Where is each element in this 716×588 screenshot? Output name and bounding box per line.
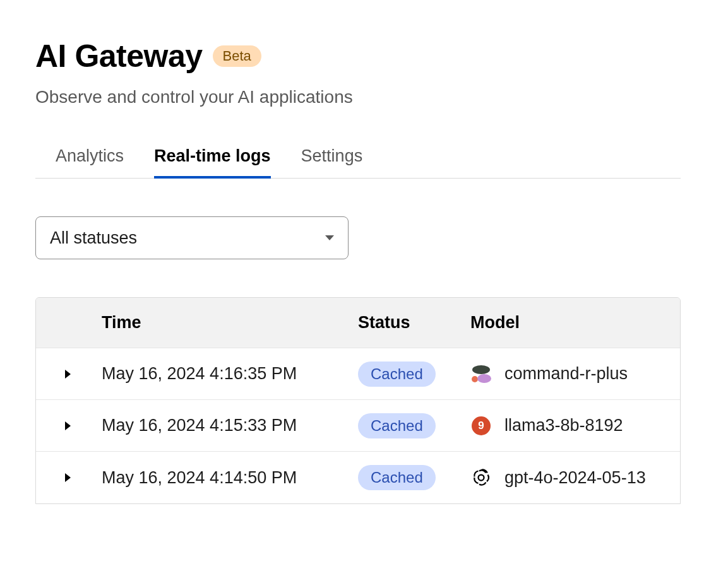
table-header: Time Status Model: [36, 298, 680, 348]
tab-analytics[interactable]: Analytics: [56, 143, 124, 179]
status-badge: Cached: [358, 465, 436, 490]
beta-badge: Beta: [213, 45, 261, 67]
expand-row-icon[interactable]: [65, 421, 71, 430]
table-row: May 16, 2024 4:16:35 PM Cached command-r…: [36, 348, 680, 400]
openai-icon: [470, 467, 492, 488]
tabs-nav: Analytics Real-time logs Settings: [35, 143, 681, 179]
status-badge: Cached: [358, 413, 436, 438]
groq-icon: 9: [470, 415, 492, 437]
cohere-icon: [470, 363, 492, 385]
status-filter-select[interactable]: All statuses: [35, 216, 349, 259]
table-row: May 16, 2024 4:14:50 PM Cached: [36, 452, 680, 503]
column-header-status: Status: [358, 313, 470, 332]
status-badge: Cached: [358, 362, 436, 387]
column-header-model: Model: [470, 313, 680, 332]
cell-model: gpt-4o-2024-05-13: [504, 468, 646, 488]
expand-row-icon[interactable]: [65, 473, 71, 482]
page-subtitle: Observe and control your AI applications: [35, 87, 681, 107]
cell-model: command-r-plus: [504, 364, 628, 384]
logs-table: Time Status Model May 16, 2024 4:16:35 P…: [35, 297, 681, 504]
tab-settings[interactable]: Settings: [301, 143, 363, 179]
tab-real-time-logs[interactable]: Real-time logs: [154, 143, 271, 179]
svg-point-2: [477, 374, 491, 383]
cell-time: May 16, 2024 4:15:33 PM: [99, 416, 358, 435]
expand-row-icon[interactable]: [65, 370, 71, 379]
svg-point-1: [472, 376, 478, 382]
status-filter-value: All statuses: [50, 228, 137, 248]
cell-time: May 16, 2024 4:16:35 PM: [99, 364, 358, 384]
table-row: May 16, 2024 4:15:33 PM Cached 9 llama3-…: [36, 400, 680, 452]
svg-point-0: [472, 365, 490, 374]
column-header-time: Time: [99, 313, 358, 332]
cell-model: llama3-8b-8192: [504, 416, 623, 435]
page-title: AI Gateway: [35, 38, 203, 74]
caret-down-icon: [325, 235, 334, 240]
svg-point-3: [479, 475, 484, 481]
cell-time: May 16, 2024 4:14:50 PM: [99, 468, 358, 488]
